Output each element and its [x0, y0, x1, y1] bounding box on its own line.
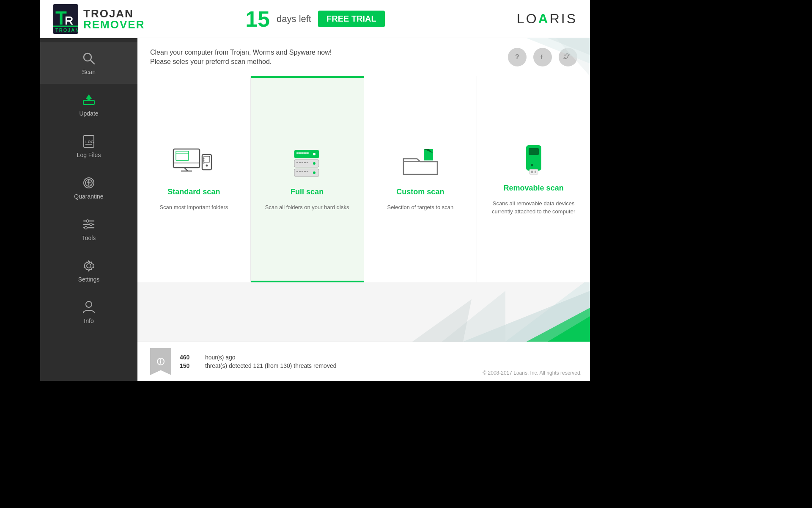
- header-line1: Clean your computer from Trojan, Worms a…: [150, 49, 332, 56]
- svg-rect-65: [307, 171, 308, 172]
- sidebar-item-tools[interactable]: Tools: [40, 208, 137, 250]
- sidebar-scan-label: Scan: [82, 69, 96, 75]
- svg-rect-32: [173, 149, 200, 168]
- svg-rect-57: [302, 162, 303, 163]
- svg-point-25: [87, 264, 91, 268]
- svg-point-70: [531, 164, 533, 166]
- svg-point-60: [313, 171, 315, 174]
- info-bookmark-icon: [156, 356, 166, 367]
- standard-scan-card[interactable]: Standard scan Scan most important folder…: [137, 76, 251, 282]
- svg-rect-51: [302, 153, 303, 154]
- svg-marker-74: [505, 282, 590, 342]
- svg-rect-63: [302, 171, 303, 172]
- free-trial-badge[interactable]: FREE TRIAL: [318, 11, 385, 27]
- tools-icon: [81, 217, 96, 232]
- content-area: Clean your computer from Trojan, Worms a…: [137, 38, 590, 381]
- custom-scan-card[interactable]: Custom scan Selection of targets to scan: [364, 76, 477, 282]
- logo-icon: T R TROJAN: [53, 4, 78, 34]
- help-icon[interactable]: ?: [508, 48, 527, 66]
- status-threats-num: 150: [180, 362, 197, 369]
- svg-rect-36: [176, 151, 189, 160]
- scan-cards: Standard scan Scan most important folder…: [137, 76, 590, 282]
- full-scan-desc: Scan all folders on your hard disks: [265, 203, 349, 212]
- svg-point-24: [85, 226, 87, 229]
- status-line-2: 150 threat(s) detected 121 (from 130) th…: [180, 362, 336, 369]
- full-scan-title: Full scan: [291, 188, 324, 196]
- sidebar: Scan Update LOG: [40, 38, 137, 381]
- svg-rect-71: [529, 169, 538, 174]
- svg-rect-61: [296, 171, 298, 172]
- twitter-icon[interactable]: [559, 48, 577, 66]
- svg-rect-55: [296, 162, 298, 163]
- svg-marker-79: [412, 299, 472, 342]
- bottom-decor-area: [137, 282, 590, 342]
- svg-rect-56: [299, 162, 301, 163]
- sidebar-item-update[interactable]: Update: [40, 84, 137, 125]
- sidebar-update-label: Update: [79, 110, 98, 117]
- standard-scan-desc: Scan most important folders: [159, 203, 228, 212]
- header-right: LOARIS: [403, 11, 577, 27]
- removable-scan-title: Removable scan: [504, 184, 564, 193]
- main-layout: Scan Update LOG: [40, 38, 590, 381]
- scan-icon: [81, 51, 96, 66]
- svg-point-43: [203, 163, 205, 164]
- svg-point-47: [313, 153, 315, 155]
- svg-rect-49: [296, 153, 298, 154]
- svg-text:f: f: [540, 54, 543, 61]
- svg-marker-78: [442, 291, 505, 342]
- svg-rect-39: [204, 156, 210, 162]
- svg-text:LOG: LOG: [85, 140, 94, 144]
- svg-rect-53: [307, 153, 308, 154]
- svg-rect-62: [299, 171, 301, 172]
- loaris-brand: LOARIS: [517, 11, 577, 27]
- svg-point-41: [203, 158, 205, 160]
- quarantine-icon: [81, 175, 96, 190]
- sidebar-item-quarantine[interactable]: Quarantine: [40, 167, 137, 208]
- status-bar: 460 hour(s) ago 150 threat(s) detected 1…: [137, 342, 590, 381]
- sidebar-log-files-label: Log Files: [77, 152, 101, 158]
- status-bookmark: [150, 348, 171, 375]
- sidebar-item-log-files[interactable]: LOG Log Files: [40, 125, 137, 167]
- footer-copyright: © 2008-2017 Loaris, Inc. All rights rese…: [483, 370, 582, 376]
- svg-marker-8: [86, 94, 92, 100]
- days-count: 15: [245, 6, 270, 32]
- removable-scan-card[interactable]: Removable scan Scans all removable data …: [477, 76, 590, 282]
- standard-scan-icon: [173, 147, 215, 181]
- content-header: Clean your computer from Trojan, Worms a…: [137, 38, 590, 76]
- svg-marker-75: [463, 291, 590, 342]
- scan-cards-wrapper: Standard scan Scan most important folder…: [137, 76, 590, 282]
- svg-rect-7: [83, 100, 94, 105]
- content-header-text: Clean your computer from Trojan, Worms a…: [150, 49, 332, 66]
- sidebar-item-settings[interactable]: Settings: [40, 250, 137, 291]
- svg-rect-69: [529, 148, 539, 155]
- svg-point-82: [160, 359, 161, 360]
- svg-text:R: R: [65, 14, 73, 27]
- sidebar-info-label: Info: [84, 318, 93, 324]
- logo-area: T R TROJAN TROJAN REMOVER: [53, 4, 228, 34]
- logo-remover: REMOVER: [83, 19, 145, 30]
- svg-marker-76: [527, 308, 590, 342]
- removable-scan-icon: [513, 143, 555, 177]
- sidebar-tools-label: Tools: [82, 235, 96, 241]
- custom-scan-icon: [399, 147, 442, 181]
- full-scan-icon: [286, 147, 328, 181]
- standard-scan-title: Standard scan: [167, 188, 220, 196]
- settings-icon: [81, 258, 96, 273]
- custom-scan-desc: Selection of targets to scan: [387, 203, 453, 212]
- social-icons: ? f: [508, 48, 577, 66]
- sidebar-item-info[interactable]: Info: [40, 291, 137, 333]
- custom-scan-title: Custom scan: [396, 188, 444, 196]
- full-scan-card[interactable]: Full scan Scan all folders on your hard …: [251, 76, 364, 282]
- facebook-icon[interactable]: f: [533, 48, 552, 66]
- days-label: days left: [277, 14, 311, 25]
- svg-rect-72: [531, 171, 533, 173]
- svg-point-54: [313, 162, 315, 165]
- svg-point-42: [203, 160, 205, 162]
- sidebar-item-scan[interactable]: Scan: [40, 42, 137, 84]
- sidebar-quarantine-label: Quarantine: [74, 193, 103, 200]
- svg-rect-52: [304, 153, 306, 154]
- svg-marker-77: [548, 316, 590, 342]
- status-threats-text: threat(s) detected 121 (from 130) threat…: [205, 362, 336, 369]
- removable-scan-desc: Scans all removable data devices current…: [486, 199, 582, 216]
- status-hours-num: 460: [180, 354, 197, 361]
